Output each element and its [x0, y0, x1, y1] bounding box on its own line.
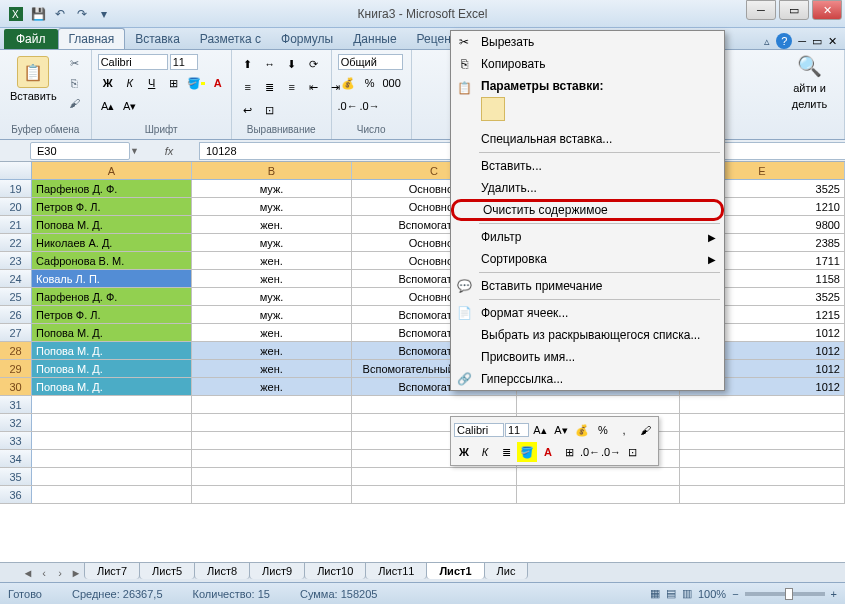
- mt-italic-icon[interactable]: К: [475, 442, 495, 462]
- cell[interactable]: жен.: [192, 252, 352, 269]
- tab-data[interactable]: Данные: [343, 29, 406, 49]
- cm-insert[interactable]: Вставить...: [451, 155, 724, 177]
- sheet-tab[interactable]: Лист10: [304, 562, 366, 579]
- cell[interactable]: [32, 414, 192, 431]
- align-bottom-icon[interactable]: ⬇: [282, 54, 302, 74]
- cell[interactable]: Попова М. Д.: [32, 216, 192, 233]
- binoculars-icon[interactable]: 🔍: [797, 54, 822, 78]
- mt-font-size[interactable]: [505, 423, 529, 437]
- cell[interactable]: Сафронова В. М.: [32, 252, 192, 269]
- cell[interactable]: жен.: [192, 342, 352, 359]
- align-center-icon[interactable]: ≣: [260, 77, 280, 97]
- cell[interactable]: [32, 450, 192, 467]
- orientation-icon[interactable]: ⟳: [304, 54, 324, 74]
- help-icon[interactable]: ?: [776, 33, 792, 49]
- mt-merge-icon[interactable]: ⊡: [622, 442, 642, 462]
- excel-icon[interactable]: X: [6, 4, 26, 24]
- cm-copy[interactable]: ⎘Копировать: [451, 53, 724, 75]
- cm-delete[interactable]: Удалить...: [451, 177, 724, 199]
- cell[interactable]: [680, 396, 845, 413]
- cut-icon[interactable]: ✂: [65, 54, 85, 72]
- view-pagebreak-icon[interactable]: ▥: [682, 587, 692, 600]
- mt-align-center-icon[interactable]: ≣: [496, 442, 516, 462]
- cm-paste-special[interactable]: Специальная вставка...: [451, 128, 724, 150]
- cm-insert-comment[interactable]: 💬Вставить примечание: [451, 275, 724, 297]
- cm-clear-contents[interactable]: Очистить содержимое: [451, 199, 724, 221]
- minimize-button[interactable]: ─: [746, 0, 776, 20]
- mt-format-painter-icon[interactable]: 🖌: [635, 420, 655, 440]
- border-button[interactable]: ⊞: [164, 73, 184, 93]
- comma-icon[interactable]: 000: [382, 73, 402, 93]
- mdi-restore-icon[interactable]: ▭: [812, 35, 822, 48]
- mt-shrink-font-icon[interactable]: A▾: [551, 420, 571, 440]
- cell[interactable]: жен.: [192, 270, 352, 287]
- cell[interactable]: Николаев А. Д.: [32, 234, 192, 251]
- cm-cut[interactable]: ✂Вырезать: [451, 31, 724, 53]
- sheet-nav-first-icon[interactable]: ◄: [20, 567, 36, 579]
- wrap-text-icon[interactable]: ↩: [238, 100, 258, 120]
- mt-percent-icon[interactable]: %: [593, 420, 613, 440]
- font-name-select[interactable]: [98, 54, 168, 70]
- cell[interactable]: [680, 450, 845, 467]
- cell[interactable]: [192, 414, 352, 431]
- bold-button[interactable]: Ж: [98, 73, 118, 93]
- zoom-in-icon[interactable]: +: [831, 588, 837, 600]
- merge-icon[interactable]: ⊡: [260, 100, 280, 120]
- select-all-corner[interactable]: [0, 162, 32, 179]
- cell[interactable]: Попова М. Д.: [32, 324, 192, 341]
- cm-define-name[interactable]: Присвоить имя...: [451, 346, 724, 368]
- cell[interactable]: муж.: [192, 234, 352, 251]
- row-header[interactable]: 30: [0, 378, 32, 395]
- name-box-dropdown-icon[interactable]: ▼: [130, 146, 139, 156]
- cell[interactable]: Парфенов Д. Ф.: [32, 288, 192, 305]
- cell[interactable]: [192, 450, 352, 467]
- dec-decimal-icon[interactable]: .0→: [360, 96, 380, 116]
- qat-more-icon[interactable]: ▾: [94, 4, 114, 24]
- shrink-font-icon[interactable]: А▾: [120, 96, 140, 116]
- cell[interactable]: [680, 414, 845, 431]
- row-header[interactable]: 25: [0, 288, 32, 305]
- cell[interactable]: Попова М. Д.: [32, 360, 192, 377]
- save-icon[interactable]: 💾: [28, 4, 48, 24]
- cell[interactable]: [32, 432, 192, 449]
- paste-button[interactable]: 📋 Вставить: [6, 54, 61, 104]
- indent-dec-icon[interactable]: ⇤: [304, 77, 324, 97]
- mt-grow-font-icon[interactable]: A▴: [530, 420, 550, 440]
- undo-icon[interactable]: ↶: [50, 4, 70, 24]
- row-header[interactable]: 20: [0, 198, 32, 215]
- row-header[interactable]: 27: [0, 324, 32, 341]
- sheet-tab[interactable]: Лист8: [194, 562, 250, 579]
- format-painter-icon[interactable]: 🖌: [65, 94, 85, 112]
- sheet-tab[interactable]: Лист11: [365, 562, 427, 579]
- row-header[interactable]: 32: [0, 414, 32, 431]
- sheet-tab[interactable]: Лис: [484, 562, 529, 579]
- cell[interactable]: жен.: [192, 216, 352, 233]
- row-header[interactable]: 19: [0, 180, 32, 197]
- col-header-b[interactable]: B: [192, 162, 352, 179]
- currency-icon[interactable]: 💰: [338, 73, 358, 93]
- inc-decimal-icon[interactable]: .0←: [338, 96, 358, 116]
- cell[interactable]: [32, 396, 192, 413]
- close-button[interactable]: ✕: [812, 0, 842, 20]
- row-header[interactable]: 33: [0, 432, 32, 449]
- view-layout-icon[interactable]: ▤: [666, 587, 676, 600]
- sheet-nav-next-icon[interactable]: ›: [52, 567, 68, 579]
- name-box[interactable]: [30, 142, 130, 160]
- row-header[interactable]: 31: [0, 396, 32, 413]
- tab-formulas[interactable]: Формулы: [271, 29, 343, 49]
- grow-font-icon[interactable]: А▴: [98, 96, 118, 116]
- sheet-tab[interactable]: Лист1: [426, 562, 484, 579]
- cm-pick-from-list[interactable]: Выбрать из раскрывающегося списка...: [451, 324, 724, 346]
- cm-format-cells[interactable]: 📄Формат ячеек...: [451, 302, 724, 324]
- cell[interactable]: муж.: [192, 180, 352, 197]
- mt-dec-decimal-icon[interactable]: .0→: [601, 442, 621, 462]
- cell[interactable]: жен.: [192, 360, 352, 377]
- row-header[interactable]: 21: [0, 216, 32, 233]
- cell[interactable]: Петров Ф. Л.: [32, 306, 192, 323]
- cell[interactable]: Попова М. Д.: [32, 378, 192, 395]
- redo-icon[interactable]: ↷: [72, 4, 92, 24]
- sheet-nav-prev-icon[interactable]: ‹: [36, 567, 52, 579]
- cell[interactable]: Коваль Л. П.: [32, 270, 192, 287]
- tab-home[interactable]: Главная: [58, 28, 126, 49]
- cell[interactable]: [680, 468, 845, 485]
